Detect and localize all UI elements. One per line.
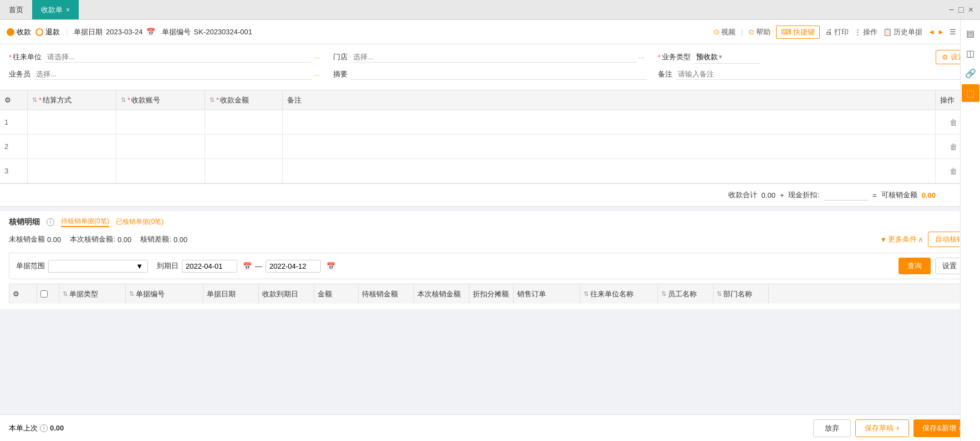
bth-sales-order-label: 销售订单: [517, 289, 546, 299]
refund-radio[interactable]: 退款: [35, 27, 60, 37]
list-view-icon[interactable]: ☰: [947, 26, 959, 38]
bth-partner: ⇅ 往来单位名称: [580, 284, 658, 304]
remark-input[interactable]: [676, 69, 971, 80]
td-row1-remark[interactable]: [283, 110, 936, 134]
shortcut-label: 快捷键: [793, 27, 815, 37]
td-row3-account[interactable]: [116, 159, 205, 183]
dept-sort: ⇅: [717, 290, 722, 298]
due-date-field: 到期日 📅 — 📅: [157, 260, 335, 273]
operation-btn[interactable]: ⋮ 操作: [854, 27, 877, 37]
business-type-select[interactable]: 预收款 ▼: [694, 51, 760, 64]
bth-pending-label: 待核销金额: [362, 289, 398, 299]
bth-checkbox[interactable]: [37, 284, 59, 304]
date-to-calendar-icon[interactable]: 📅: [326, 262, 335, 270]
td-row1-account[interactable]: [116, 110, 205, 134]
td-row2-amount[interactable]: [205, 135, 283, 158]
abandon-btn[interactable]: 放弃: [813, 419, 851, 437]
td-row2-settlement[interactable]: [28, 135, 116, 158]
filter-icon: ▼: [880, 235, 887, 244]
current-verify-label: 本次核销金额:: [70, 234, 115, 244]
doc-range-select[interactable]: ▼: [48, 260, 148, 273]
shop-input[interactable]: [351, 52, 636, 63]
help-btn[interactable]: ⊙ 帮助: [748, 27, 770, 37]
row3-delete-icon[interactable]: 🗑: [950, 167, 957, 176]
th-account-label: 收款账号: [131, 95, 160, 105]
bth-settings[interactable]: ⚙: [9, 284, 37, 304]
business-type-value: 预收款: [696, 52, 718, 62]
shop-label: 门店: [333, 52, 351, 62]
close-icon[interactable]: ×: [968, 5, 973, 15]
td-row2-account[interactable]: [116, 135, 205, 158]
staff-input[interactable]: [34, 69, 312, 80]
query-btn[interactable]: 查询: [899, 258, 931, 274]
td-row2-remark[interactable]: [283, 135, 936, 158]
doc-date-calendar-icon[interactable]: 📅: [146, 28, 155, 36]
amount-sort-icon: ⇅: [210, 96, 215, 104]
row1-delete-icon[interactable]: 🗑: [950, 118, 957, 127]
td-row3-settlement[interactable]: [28, 159, 116, 183]
discount-label: 现金折扣:: [788, 190, 819, 200]
tab-home[interactable]: 首页: [0, 0, 32, 19]
history-btn[interactable]: 📋 历史单据: [883, 27, 922, 37]
td-row1-amount[interactable]: [205, 110, 283, 134]
date-from-calendar-icon[interactable]: 📅: [243, 262, 252, 270]
row2-delete-icon[interactable]: 🗑: [950, 142, 957, 151]
tab-close-icon[interactable]: ×: [66, 6, 70, 14]
bth-doc-no-label: 单据编号: [136, 289, 165, 299]
td-row3-remark[interactable]: [283, 159, 936, 183]
shortcut-btn[interactable]: ⌨ 快捷键: [776, 25, 820, 39]
bth-discount-label: 折扣分摊额: [473, 289, 509, 299]
partner-field: * 往来单位 ···: [9, 52, 322, 63]
pending-tab[interactable]: 待核销单据(0笔): [61, 217, 109, 227]
partner-label: 往来单位: [13, 52, 45, 62]
th-remark-label: 备注: [287, 95, 302, 105]
more-conditions-label: 更多条件: [888, 234, 917, 244]
next-nav-icon[interactable]: ►: [937, 28, 945, 36]
equals-sign: =: [872, 191, 877, 199]
video-btn[interactable]: ⊙ 视频: [713, 27, 736, 37]
td-row1-settlement[interactable]: [28, 110, 116, 134]
td-row3-amount[interactable]: [205, 159, 283, 183]
verifiable-value: 0.00: [922, 191, 936, 199]
help-icon: ⊙: [748, 28, 754, 36]
summary-input[interactable]: [351, 69, 646, 80]
due-date-to-input[interactable]: [266, 260, 321, 273]
prev-nav-icon[interactable]: ◄: [928, 28, 935, 36]
verify-info-icon[interactable]: i: [47, 218, 54, 226]
due-date-from-input[interactable]: [182, 260, 237, 273]
diff-label: 核销差额:: [140, 234, 171, 244]
save-draft-btn[interactable]: 保存草稿 ∧: [855, 419, 909, 437]
shop-more-icon[interactable]: ···: [636, 53, 647, 61]
footer-info-icon[interactable]: i: [40, 424, 48, 432]
sidebar-icon-1[interactable]: ▤: [962, 24, 979, 42]
sidebar-icon-3[interactable]: 🔗: [962, 64, 979, 82]
maximize-icon[interactable]: □: [958, 5, 964, 15]
more-conditions-btn[interactable]: ▼ 更多条件 ∧: [880, 234, 923, 244]
settlement-required: *: [39, 96, 42, 104]
sidebar-icon-4[interactable]: ⬚: [962, 84, 979, 102]
td-row1-num: 1: [0, 110, 28, 134]
discount-input[interactable]: [824, 189, 868, 201]
select-all-checkbox[interactable]: [40, 290, 48, 298]
staff-more-icon[interactable]: ···: [312, 70, 322, 79]
toolbar-right-actions: ⊙ 视频 | ⊙ 帮助 ⌨ 快捷键 🖨 打印 ⋮ 操作 📋 历史单据 ◄ ► ☰…: [713, 25, 973, 39]
receipt-radio[interactable]: 收款: [7, 27, 31, 37]
tab-receipt[interactable]: 收款单 ×: [32, 0, 79, 19]
bth-current-label: 本次核销金额: [417, 289, 461, 299]
bth-settings-icon: ⚙: [13, 290, 19, 298]
form-row-1: * 往来单位 ··· 门店 ··· * 业务类型 预收款 ▼ ⚙ 设置: [9, 50, 971, 64]
sidebar-icon-2[interactable]: ◫: [962, 44, 979, 62]
refund-radio-dot: [35, 28, 43, 36]
history-icon: 📋: [883, 28, 892, 36]
unverified-field: 未核销金额 0.00: [9, 234, 61, 244]
doc-no-label: 单据编号: [162, 27, 191, 37]
print-btn[interactable]: 🖨 打印: [825, 27, 849, 37]
partner-more-icon[interactable]: ···: [312, 53, 322, 61]
bth-discount: 折扣分摊额: [469, 284, 514, 304]
done-tab[interactable]: 已核销单据(0笔): [116, 217, 164, 227]
th-settings[interactable]: ⚙: [0, 90, 28, 110]
minimize-icon[interactable]: −: [949, 5, 954, 15]
partner-input[interactable]: [45, 52, 312, 63]
chevron-icon: ∧: [918, 235, 923, 244]
bth-due-date-label: 收款到期日: [262, 289, 298, 299]
